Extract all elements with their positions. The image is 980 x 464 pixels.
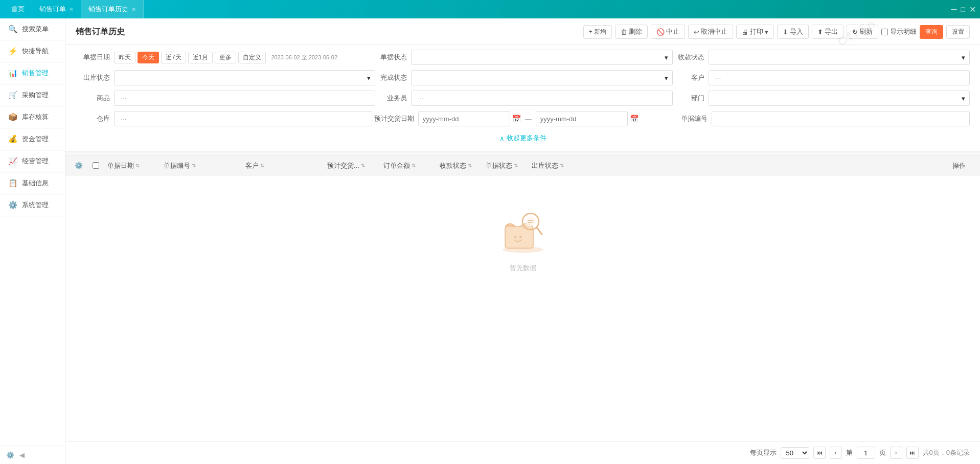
th-delivery[interactable]: 预计交货... ⇅ bbox=[323, 161, 379, 170]
date-range-text: 2023-06-02 至 2023-06-02 bbox=[271, 54, 337, 61]
th-recv-label: 收款状态 bbox=[440, 161, 466, 170]
sidebar-item-sales[interactable]: 📊 销售管理 bbox=[0, 62, 65, 84]
select-all-checkbox[interactable] bbox=[93, 162, 99, 169]
th-date[interactable]: 单据日期 ⇅ bbox=[103, 161, 159, 170]
th-recv-sort: ⇅ bbox=[468, 163, 472, 168]
product-select[interactable]: ··· bbox=[114, 91, 375, 106]
th-bill-sort: ⇅ bbox=[514, 163, 518, 168]
th-customer-label: 客户 bbox=[245, 161, 259, 170]
delete-button[interactable]: 🗑 删除 bbox=[615, 25, 648, 39]
tab-sales-order[interactable]: 销售订单 ✕ bbox=[32, 0, 81, 18]
salesman-dots[interactable]: ··· bbox=[416, 94, 426, 102]
main-layout: 🔍 搜索菜单 ⚡ 快捷导航 📊 销售管理 🛒 采购管理 📦 库存核算 💰 资金管… bbox=[0, 18, 980, 464]
sidebar-item-purchase[interactable]: 🛒 采购管理 bbox=[0, 84, 65, 106]
empty-state: 暂无数据 bbox=[65, 175, 980, 293]
calendar-from-icon[interactable]: 📅 bbox=[512, 115, 521, 123]
th-stock[interactable]: 出库状态 ⇅ bbox=[528, 161, 574, 170]
import-icon: ⬇ bbox=[783, 28, 788, 36]
maximize-icon[interactable]: □ bbox=[961, 5, 965, 13]
recv-status-select[interactable]: ▾ bbox=[709, 50, 970, 65]
collapse-chevron-icon: ∧ bbox=[499, 135, 505, 142]
sidebar-collapse-icon[interactable]: ◀ bbox=[19, 451, 25, 459]
collapse-row[interactable]: ∧ 收起更多条件 bbox=[76, 131, 970, 146]
dept-select[interactable]: ▾ bbox=[709, 91, 970, 106]
th-date-label: 单据日期 bbox=[107, 161, 134, 170]
settings-save-button[interactable]: 设置 bbox=[946, 25, 970, 39]
bill-status-select[interactable]: ▾ bbox=[411, 50, 672, 65]
search-icon: 🔍 bbox=[8, 25, 18, 34]
sidebar-settings-icon[interactable]: ⚙️ bbox=[6, 451, 14, 459]
sidebar-item-system[interactable]: ⚙️ 系统管理 bbox=[0, 194, 65, 216]
tab-home-label: 首页 bbox=[11, 5, 25, 14]
refresh-icon: ↻ bbox=[852, 28, 858, 36]
refresh-button[interactable]: ↻ 刷新 bbox=[847, 25, 878, 39]
sidebar-item-finance-label: 资金管理 bbox=[22, 135, 49, 144]
th-customer[interactable]: 客户 ⇅ bbox=[241, 161, 323, 170]
date-btn-more[interactable]: 更多 bbox=[215, 52, 236, 63]
export-button[interactable]: ⬆ 导出 bbox=[812, 25, 844, 39]
date-btn-custom[interactable]: 自定义 bbox=[238, 52, 266, 63]
filter-area: 单据日期 昨天 今天 近7天 近1月 更多 自定义 2023-06-02 至 2… bbox=[65, 45, 980, 151]
th-num[interactable]: 单据编号 ⇅ bbox=[159, 161, 241, 170]
date-btn-7days[interactable]: 近7天 bbox=[161, 52, 186, 63]
th-settings[interactable]: ⚙️ bbox=[70, 162, 88, 169]
dept-label: 部门 bbox=[673, 94, 709, 103]
date-btn-1month[interactable]: 近1月 bbox=[188, 52, 213, 63]
sidebar-item-search[interactable]: 🔍 搜索菜单 bbox=[0, 18, 65, 40]
sidebar-item-shortcuts[interactable]: ⚡ 快捷导航 bbox=[0, 40, 65, 62]
delivery-date-from[interactable] bbox=[418, 111, 510, 126]
stock-out-select[interactable]: ▾ bbox=[114, 70, 375, 85]
per-page-select[interactable]: 50 10 20 100 bbox=[781, 447, 809, 459]
delete-icon: 🗑 bbox=[621, 28, 627, 36]
customer-select[interactable]: ··· bbox=[709, 70, 970, 85]
delivery-date-to[interactable] bbox=[536, 111, 628, 126]
tab-sales-history[interactable]: 销售订单历史 ✕ bbox=[81, 0, 144, 18]
th-delivery-label: 预计交货... bbox=[327, 161, 359, 170]
tab-sales-order-close[interactable]: ✕ bbox=[69, 6, 74, 13]
salesman-label: 业务员 bbox=[375, 94, 411, 103]
calendar-to-icon[interactable]: 📅 bbox=[630, 115, 639, 123]
sidebar-item-operations[interactable]: 📈 经营管理 bbox=[0, 150, 65, 172]
page-first-button[interactable]: ⏮ bbox=[813, 447, 826, 459]
tab-sales-order-label: 销售订单 bbox=[39, 5, 66, 14]
page-input[interactable] bbox=[857, 447, 875, 459]
th-recv[interactable]: 收款状态 ⇅ bbox=[436, 161, 482, 170]
cancel-stop-button[interactable]: ↩ 取消中止 bbox=[688, 25, 733, 39]
display-detail-toggle[interactable]: 显示明细 bbox=[881, 27, 917, 36]
th-amount[interactable]: 订单金额 ⇅ bbox=[379, 161, 436, 170]
search-button[interactable]: 查询 bbox=[920, 25, 943, 39]
th-bill[interactable]: 单据状态 ⇅ bbox=[482, 161, 528, 170]
sidebar-item-basics-label: 基础信息 bbox=[22, 179, 49, 188]
warehouse-dots[interactable]: ··· bbox=[119, 115, 129, 123]
page-next-button[interactable]: › bbox=[890, 447, 902, 459]
product-dots[interactable]: ··· bbox=[119, 94, 129, 102]
page-prev-button[interactable]: ‹ bbox=[830, 447, 842, 459]
customer-dots[interactable]: ··· bbox=[713, 74, 723, 82]
empty-text: 暂无数据 bbox=[510, 263, 536, 273]
stop-button[interactable]: 🚫 中止 bbox=[651, 25, 685, 39]
date-btn-yesterday[interactable]: 昨天 bbox=[114, 52, 135, 63]
sidebar-item-inventory[interactable]: 📦 库存核算 bbox=[0, 106, 65, 128]
sidebar-item-finance[interactable]: 💰 资金管理 bbox=[0, 128, 65, 150]
salesman-select[interactable]: ··· bbox=[411, 91, 672, 106]
date-btn-today[interactable]: 今天 bbox=[138, 52, 159, 63]
close-icon[interactable]: ✕ bbox=[969, 5, 976, 14]
import-button[interactable]: ⬇ 导入 bbox=[777, 25, 809, 39]
th-amount-sort: ⇅ bbox=[412, 163, 416, 168]
new-button[interactable]: + 新增 bbox=[583, 25, 612, 39]
minimize-icon[interactable]: ─ bbox=[951, 5, 956, 14]
display-detail-checkbox[interactable] bbox=[881, 29, 888, 35]
warehouse-select[interactable]: ··· bbox=[114, 111, 372, 126]
th-ops-label: 操作 bbox=[952, 161, 966, 170]
complete-select[interactable]: ▾ bbox=[411, 70, 672, 85]
sidebar-item-basics[interactable]: 📋 基础信息 bbox=[0, 172, 65, 194]
print-button[interactable]: 🖨 打印 ▾ bbox=[736, 25, 774, 39]
th-check[interactable] bbox=[88, 162, 103, 169]
collapse-label: 收起更多条件 bbox=[507, 134, 546, 143]
tab-home[interactable]: 首页 bbox=[4, 0, 32, 18]
product-label: 商品 bbox=[76, 94, 114, 103]
page-last-button[interactable]: ⏭ bbox=[906, 447, 919, 459]
print-chevron: ▾ bbox=[765, 28, 768, 36]
tab-sales-history-close[interactable]: ✕ bbox=[131, 6, 136, 13]
bill-no-input[interactable] bbox=[712, 111, 970, 126]
